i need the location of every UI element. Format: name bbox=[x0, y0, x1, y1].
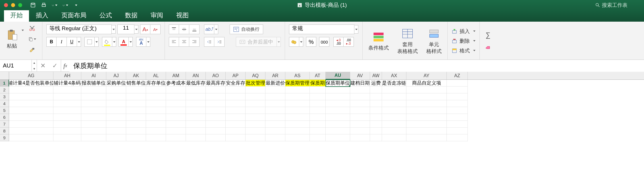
font-size-select[interactable]: 11 bbox=[117, 24, 134, 34]
cell[interactable] bbox=[126, 114, 146, 121]
comma-button[interactable]: 000 bbox=[319, 37, 329, 47]
cell[interactable]: 保质期单位 bbox=[326, 80, 350, 87]
cell[interactable] bbox=[382, 114, 406, 121]
cell[interactable] bbox=[81, 134, 106, 141]
cell[interactable] bbox=[166, 100, 186, 107]
font-color-button[interactable]: A bbox=[119, 37, 129, 47]
column-header-AT[interactable]: AT bbox=[310, 72, 326, 79]
column-header-AS[interactable]: AS bbox=[285, 72, 310, 79]
cell[interactable] bbox=[126, 93, 146, 100]
cell[interactable] bbox=[146, 100, 166, 107]
cell[interactable] bbox=[186, 93, 206, 100]
close-window-button[interactable] bbox=[4, 3, 8, 7]
cell[interactable] bbox=[370, 114, 382, 121]
phonetic-button[interactable]: abcA bbox=[136, 37, 146, 47]
cell[interactable] bbox=[106, 100, 126, 107]
tab-页面布局[interactable]: 页面布局 bbox=[55, 9, 93, 22]
cell[interactable] bbox=[166, 114, 186, 121]
cell[interactable] bbox=[285, 93, 310, 100]
tab-数据[interactable]: 数据 bbox=[119, 9, 144, 22]
cell[interactable] bbox=[310, 128, 326, 134]
cell[interactable] bbox=[406, 100, 447, 107]
cell[interactable] bbox=[285, 100, 310, 107]
cell[interactable]: 运费 bbox=[370, 80, 382, 87]
cell[interactable] bbox=[9, 107, 53, 114]
cell[interactable] bbox=[285, 134, 310, 141]
cell[interactable] bbox=[406, 134, 447, 141]
row-header[interactable]: 3 bbox=[0, 93, 9, 100]
cell[interactable] bbox=[166, 93, 186, 100]
cell[interactable] bbox=[265, 134, 285, 141]
cell[interactable]: 报表辅单位 bbox=[81, 80, 106, 87]
cell[interactable] bbox=[106, 114, 126, 121]
cell[interactable] bbox=[310, 107, 326, 114]
cell[interactable] bbox=[53, 134, 81, 141]
cell[interactable] bbox=[350, 114, 370, 121]
cell[interactable] bbox=[81, 107, 106, 114]
cell[interactable] bbox=[246, 128, 265, 134]
cell[interactable] bbox=[81, 93, 106, 100]
cell[interactable] bbox=[146, 107, 166, 114]
cell[interactable] bbox=[226, 87, 246, 93]
row-header[interactable]: 5 bbox=[0, 107, 9, 114]
column-header-AV[interactable]: AV bbox=[350, 72, 370, 79]
increase-decimal-button[interactable]: ◂.0.00 bbox=[333, 37, 344, 47]
cell[interactable] bbox=[285, 87, 310, 93]
save-icon[interactable] bbox=[30, 2, 36, 8]
minimize-window-button[interactable] bbox=[11, 3, 15, 7]
cell[interactable]: 保质期管理 bbox=[285, 80, 310, 87]
autosum-button[interactable]: ∑ bbox=[484, 31, 492, 39]
cell[interactable] bbox=[382, 128, 406, 134]
formula-input[interactable] bbox=[69, 60, 644, 72]
column-header-AR[interactable]: AR bbox=[265, 72, 285, 79]
cell[interactable] bbox=[406, 114, 447, 121]
align-center-button[interactable] bbox=[179, 37, 189, 47]
column-header-AX[interactable]: AX bbox=[382, 72, 406, 79]
format-painter-button[interactable] bbox=[28, 46, 36, 54]
column-header-AM[interactable]: AM bbox=[166, 72, 186, 79]
cell[interactable] bbox=[206, 107, 226, 114]
format-cells-button[interactable]: 格式 bbox=[452, 47, 475, 54]
cell[interactable] bbox=[246, 107, 265, 114]
cell[interactable] bbox=[226, 100, 246, 107]
cell[interactable] bbox=[246, 121, 265, 128]
cell[interactable] bbox=[447, 87, 468, 93]
align-bottom-button[interactable] bbox=[189, 24, 200, 34]
cell[interactable] bbox=[9, 100, 53, 107]
tab-开始[interactable]: 开始 bbox=[4, 9, 29, 22]
cell[interactable] bbox=[370, 87, 382, 93]
column-header-AL[interactable]: AL bbox=[146, 72, 166, 79]
cell[interactable] bbox=[406, 93, 447, 100]
cell[interactable] bbox=[447, 80, 468, 87]
cell[interactable] bbox=[206, 114, 226, 121]
row-header[interactable]: 8 bbox=[0, 128, 9, 134]
cell[interactable] bbox=[310, 100, 326, 107]
undo-icon[interactable] bbox=[52, 2, 57, 8]
cell[interactable] bbox=[246, 93, 265, 100]
cell[interactable] bbox=[310, 114, 326, 121]
cell[interactable] bbox=[370, 121, 382, 128]
cell[interactable] bbox=[310, 134, 326, 141]
cell[interactable] bbox=[382, 93, 406, 100]
cell[interactable]: 辅计量4条码 bbox=[53, 80, 81, 87]
cell[interactable] bbox=[406, 107, 447, 114]
tab-公式[interactable]: 公式 bbox=[93, 9, 118, 22]
cancel-formula-button[interactable]: ✕ bbox=[37, 60, 49, 72]
cell[interactable]: 批次管理 bbox=[246, 80, 265, 87]
cell[interactable] bbox=[370, 93, 382, 100]
row-header[interactable]: 2 bbox=[0, 87, 9, 93]
bold-button[interactable]: B bbox=[46, 37, 57, 47]
cell[interactable] bbox=[106, 121, 126, 128]
cell[interactable]: 建档日期 bbox=[350, 80, 370, 87]
cell[interactable] bbox=[9, 134, 53, 141]
cell[interactable] bbox=[9, 128, 53, 134]
align-right-button[interactable] bbox=[189, 37, 200, 47]
cell[interactable] bbox=[326, 134, 350, 141]
cell[interactable]: 采购单位 bbox=[106, 80, 126, 87]
cell[interactable] bbox=[126, 107, 146, 114]
cell[interactable] bbox=[350, 128, 370, 134]
cell[interactable] bbox=[265, 128, 285, 134]
cell[interactable] bbox=[146, 121, 166, 128]
cell[interactable] bbox=[382, 100, 406, 107]
cell[interactable] bbox=[285, 114, 310, 121]
